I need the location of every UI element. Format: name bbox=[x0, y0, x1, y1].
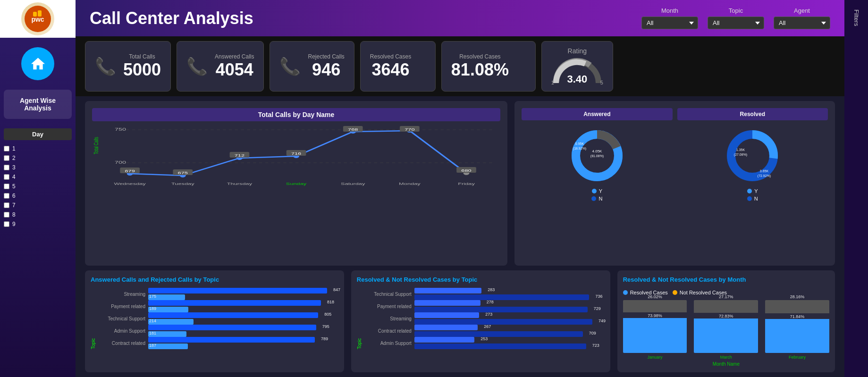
resolved-donut-section: Resolved 1.35K (27.08%) 3.65K (72.92%) Y bbox=[677, 108, 828, 259]
logo-circle: pwc bbox=[21, 2, 54, 35]
day-checkbox-item: 2 bbox=[4, 153, 72, 163]
answered-calls-label: Answered Calls bbox=[215, 53, 254, 60]
day-checkbox[interactable] bbox=[4, 212, 9, 218]
resolved-count-bar: 253 bbox=[414, 337, 474, 343]
line-chart-wrapper: 750 700 Total Calls bbox=[92, 126, 500, 259]
header: Call Center Analysis Month All Topic All… bbox=[76, 0, 844, 36]
resolved-cases-card: Resolved Cases 3646 bbox=[360, 41, 436, 92]
answered-donut-title: Answered bbox=[522, 108, 672, 120]
resolved-month-title: Resolved & Not Resolved Cases by Month bbox=[623, 276, 829, 283]
month-column: 26.02% 73.98% January bbox=[623, 294, 687, 360]
svg-rect-2 bbox=[33, 12, 37, 17]
resolved-topic-chart: Topic Technical Support 283 736 Payment … bbox=[357, 288, 605, 349]
bar-container: 789 187 bbox=[148, 337, 338, 349]
agent-filter-select[interactable]: All bbox=[774, 17, 830, 29]
donut-container: Answered 4.05K (81.08%) 0.95K (18.92%) bbox=[522, 108, 828, 259]
day-label: 7 bbox=[12, 202, 16, 209]
resolved-topic-label: Technical Support bbox=[364, 292, 412, 297]
agent-filter-label: Agent bbox=[794, 7, 810, 14]
day-checkbox[interactable] bbox=[4, 165, 9, 170]
page-title: Call Center Analysis bbox=[90, 8, 253, 28]
resolved-donut-svg: 1.35K (27.08%) 3.65K (72.92%) bbox=[722, 125, 783, 186]
month-filter-select[interactable]: All bbox=[641, 17, 698, 29]
total-calls-card: 📞 Total Calls 5000 bbox=[85, 41, 171, 92]
resolved-topic-bars: Technical Support 283 736 Payment relate… bbox=[364, 288, 605, 349]
answered-bar: 789 bbox=[148, 337, 315, 343]
not-resolved-count-bar: 723 bbox=[414, 343, 586, 349]
line-chart-svg: 750 700 Total Calls bbox=[92, 126, 500, 187]
answered-y-dot bbox=[592, 189, 597, 193]
resolved-topic-bar-row: Contract related 267 709 bbox=[364, 325, 605, 337]
resolved-month-bar bbox=[623, 318, 687, 353]
home-icon bbox=[30, 56, 46, 72]
month-filter-group: Month All bbox=[641, 7, 698, 29]
answered-n-dot bbox=[591, 196, 596, 201]
svg-text:Monday: Monday bbox=[399, 182, 421, 186]
right-filters-panel: Filters bbox=[844, 0, 868, 377]
resolved-legend-y: Y bbox=[747, 188, 758, 194]
agent-wise-analysis-nav[interactable]: Agent Wise Analysis bbox=[4, 90, 72, 119]
resolved-topic-label: Streaming bbox=[364, 316, 412, 321]
resolved-pct-label: Resolved Cases bbox=[451, 53, 509, 60]
not-resolved-count-bar: 709 bbox=[414, 331, 583, 337]
resolved-topic-title: Resolved & Not Resolved Cases by Topic bbox=[357, 276, 605, 283]
day-checkbox[interactable] bbox=[4, 174, 9, 180]
sidebar: pwc Agent Wise Analysis Day 123456789 bbox=[0, 0, 76, 377]
answered-legend-y: Y bbox=[592, 188, 602, 194]
not-resolved-month-bar bbox=[694, 300, 758, 313]
resolved-topic-label: Admin Support bbox=[364, 341, 412, 346]
resolved-n-dot bbox=[747, 196, 752, 201]
svg-text:(18.92%): (18.92%) bbox=[573, 147, 586, 151]
day-checkbox[interactable] bbox=[4, 202, 9, 208]
svg-text:1.35K: 1.35K bbox=[736, 148, 745, 151]
month-name-label: January bbox=[648, 355, 663, 360]
day-checkbox[interactable] bbox=[4, 221, 9, 227]
answered-bar: 847 bbox=[148, 288, 327, 293]
not-resolved-pct-label: 26.02% bbox=[648, 294, 662, 299]
topic-bar-label: Streaming bbox=[98, 292, 145, 297]
svg-text:Saturday: Saturday bbox=[341, 182, 365, 186]
topic-bar-row: Technical Support 805 214 bbox=[98, 312, 338, 325]
day-label: 4 bbox=[12, 174, 16, 180]
resolved-donut-title: Resolved bbox=[677, 108, 828, 120]
day-checkbox-item: 6 bbox=[4, 191, 72, 201]
topic-filter-label: Topic bbox=[729, 7, 743, 14]
day-checkbox[interactable] bbox=[4, 193, 9, 199]
resolved-pct-info: Resolved Cases 81.08% bbox=[451, 53, 509, 80]
kpi-row: 📞 Total Calls 5000 📞 Answered Calls 4054… bbox=[76, 36, 844, 96]
rejected-calls-value: 946 bbox=[308, 60, 344, 80]
answered-phone-icon: 📞 bbox=[186, 57, 208, 76]
answered-rejected-panel: Answered Calls and Rejected Calls by Top… bbox=[85, 270, 344, 372]
charts-row-1: Total Calls by Day Name 750 700 Total Ca… bbox=[76, 96, 844, 270]
svg-text:Sunday: Sunday bbox=[286, 182, 307, 186]
day-checkbox[interactable] bbox=[4, 146, 9, 151]
day-checkbox-item: 9 bbox=[4, 219, 72, 229]
day-checkbox-item: 3 bbox=[4, 163, 72, 172]
day-label: 9 bbox=[12, 221, 16, 227]
topic-filter-select[interactable]: All bbox=[708, 17, 764, 29]
rejected-calls-label: Rejected Calls bbox=[308, 53, 344, 60]
rejected-bar: 189 bbox=[148, 307, 188, 312]
resolved-month-bar bbox=[765, 319, 829, 353]
logo-area: pwc bbox=[0, 0, 76, 38]
day-checkbox-item: 8 bbox=[4, 210, 72, 219]
resolved-topic-bar-row: Admin Support 253 723 bbox=[364, 337, 605, 349]
answered-legend-n: N bbox=[591, 196, 602, 201]
day-checkbox[interactable] bbox=[4, 155, 9, 161]
bar-container: 847 175 bbox=[148, 288, 338, 300]
answered-n-label: N bbox=[598, 196, 602, 201]
svg-text:712: 712 bbox=[235, 153, 244, 158]
resolved-cases-info: Resolved Cases 3646 bbox=[370, 53, 411, 80]
svg-text:770: 770 bbox=[405, 127, 414, 132]
not-resolved-pct-label: 28.16% bbox=[790, 294, 805, 299]
month-bars-group: 26.02% 73.98% January 27.17% 72.83% Marc… bbox=[623, 298, 829, 360]
rejected-phone-icon: 📞 bbox=[279, 57, 301, 76]
rejected-calls-card: 📞 Rejected Calls 946 bbox=[270, 41, 354, 92]
topic-bar-row: Payment related 818 189 bbox=[98, 300, 338, 312]
filters-vertical-label[interactable]: Filters bbox=[853, 9, 860, 26]
rating-card: Rating 1 5 3.40 bbox=[541, 41, 613, 92]
day-checkbox[interactable] bbox=[4, 184, 9, 189]
not-resolved-month-bar bbox=[623, 300, 687, 312]
home-button[interactable] bbox=[21, 47, 54, 80]
svg-text:768: 768 bbox=[348, 127, 358, 132]
